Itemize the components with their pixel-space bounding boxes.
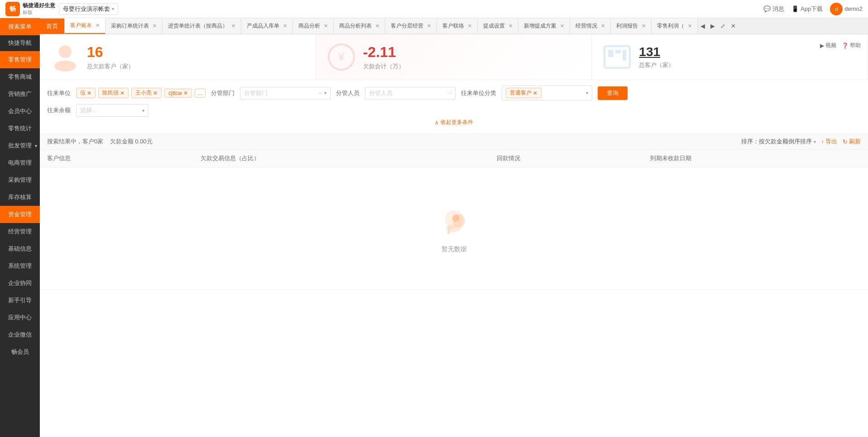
- filter-tag-chen: 陈民强 ✕: [98, 88, 129, 98]
- tab-customer-layering[interactable]: 客户分层经营 ✕: [385, 19, 437, 33]
- page-content: 16 总欠款客户（家） ¥ -2.11 欠款合计（万）: [40, 34, 868, 437]
- avatar: d: [830, 3, 843, 15]
- tab-purchase-order-stats[interactable]: 采购订单统计表 ✕: [106, 19, 163, 33]
- main-layout: 搜索菜单 快捷导航 零售管理 零售商城 营销推广 会员中心 零售统计 批发管理 …: [0, 18, 868, 437]
- tab-retail-profit[interactable]: 零售利润（ ✕: [652, 19, 698, 33]
- sidebar-item-retail-mall[interactable]: 零售商城: [0, 68, 40, 86]
- person-select[interactable]: 分管人员 ···: [365, 87, 456, 100]
- tab-close-icon[interactable]: ✕: [508, 23, 513, 29]
- sidebar-item-app-center[interactable]: 应用中心: [0, 309, 40, 326]
- tab-nav-next[interactable]: ▶: [708, 19, 718, 33]
- tab-close-icon[interactable]: ✕: [468, 23, 472, 29]
- dept-more-icon: ···: [318, 90, 322, 96]
- tab-close-icon[interactable]: ✕: [153, 23, 157, 29]
- logo-text: 畅捷通好生意 标版: [23, 2, 55, 16]
- balance-select[interactable]: 选择... ▾: [76, 104, 149, 117]
- sidebar-item-inventory[interactable]: 库存核算: [0, 189, 40, 206]
- search-button[interactable]: 查询: [598, 86, 628, 100]
- sidebar-item-enterprise[interactable]: 企业协同: [0, 275, 40, 292]
- tab-close-icon[interactable]: ✕: [427, 23, 431, 29]
- logo-icon: 畅: [5, 2, 20, 16]
- tab-customer-ledger[interactable]: 客户账本 ✕: [65, 18, 106, 34]
- sidebar-item-wechat[interactable]: 企业微信: [0, 326, 40, 343]
- stats-row: 16 总欠款客户（家） ¥ -2.11 欠款合计（万）: [40, 34, 868, 80]
- sidebar-item-business[interactable]: 经营管理: [0, 223, 40, 240]
- export-button[interactable]: ↑ 导出: [821, 138, 838, 146]
- tab-close-all-icon[interactable]: ✕: [728, 19, 739, 33]
- tab-business-status[interactable]: 经营情况 ✕: [570, 19, 611, 33]
- sidebar-item-retail-stats[interactable]: 零售统计: [0, 120, 40, 137]
- tab-goods-analysis-list[interactable]: 商品分析列表 ✕: [334, 19, 385, 33]
- unit-class-label: 往来单位分类: [461, 89, 496, 97]
- filter-more-tags[interactable]: ...: [195, 89, 206, 98]
- tab-commission-settings[interactable]: 提成设置 ✕: [478, 19, 518, 33]
- sidebar-item-basic-info[interactable]: 基础信息: [0, 240, 40, 257]
- video-button[interactable]: ▶ 视频: [820, 42, 836, 49]
- tag-close-chen[interactable]: ✕: [120, 90, 125, 96]
- user-menu[interactable]: d demo2: [830, 3, 863, 15]
- tab-expand-icon[interactable]: ⤢: [718, 19, 728, 33]
- stat-debt-icon: ¥: [327, 43, 356, 71]
- tab-close-icon[interactable]: ✕: [560, 23, 564, 29]
- unit-class-select[interactable]: 普通客户 ✕ ▾: [502, 86, 592, 100]
- tab-nav-prev[interactable]: ◀: [698, 19, 708, 33]
- svg-point-1: [54, 61, 76, 71]
- video-icon: ▶: [820, 43, 824, 49]
- sidebar-item-system[interactable]: 系统管理: [0, 257, 40, 275]
- sidebar-item-guide[interactable]: 新手引导: [0, 292, 40, 309]
- svg-point-10: [446, 225, 460, 232]
- tab-close-icon[interactable]: ✕: [283, 23, 287, 29]
- sidebar-item-ecommerce[interactable]: 电商管理: [0, 154, 40, 171]
- sort-select[interactable]: 排序：按欠款金额倒序排序 ▾: [741, 138, 816, 146]
- tab-inbound-stats[interactable]: 进货单统计表（按商品） ✕: [163, 19, 241, 33]
- sidebar-item-marketing[interactable]: 营销推广: [0, 86, 40, 103]
- results-bar: 搜索结果中，客户0家 欠款金额 0.00元 排序：按欠款金额倒序排序 ▾ ↑ 导…: [40, 134, 868, 150]
- top-bar-right: 💬 消息 📱 App下载 d demo2: [763, 3, 863, 15]
- tag-close-wu[interactable]: ✕: [87, 90, 91, 96]
- svg-point-13: [447, 231, 450, 234]
- sidebar-item-vip[interactable]: 畅会员: [0, 343, 40, 361]
- tab-product-inbound[interactable]: 产成品入库单 ✕: [241, 19, 293, 33]
- tab-goods-analysis[interactable]: 商品分析 ✕: [293, 19, 334, 33]
- tab-customer-contact[interactable]: 客户联络 ✕: [437, 19, 478, 33]
- tab-close-icon[interactable]: ✕: [375, 23, 379, 29]
- total-clients-value: 131: [639, 45, 674, 59]
- tab-close-icon[interactable]: ✕: [601, 23, 605, 29]
- tab-profit-report[interactable]: 利润报告 ✕: [611, 19, 652, 33]
- total-customers-label: 总欠款客户（家）: [87, 62, 134, 71]
- sidebar-item-wholesale[interactable]: 批发管理: [0, 137, 40, 154]
- refresh-button[interactable]: ↻ 刷新: [843, 138, 861, 146]
- message-button[interactable]: 💬 消息: [763, 5, 784, 13]
- tag-close-wang[interactable]: ✕: [153, 90, 158, 96]
- filter-tag-wang: 王小亮 ✕: [131, 88, 162, 98]
- chevron-down-icon: ▾: [112, 6, 114, 11]
- debt-total-value: -2.11: [363, 44, 404, 61]
- stat-customers-values: 16 总欠款客户（家）: [87, 44, 134, 71]
- tab-home[interactable]: 首页: [40, 19, 65, 34]
- unit-class-tag-close[interactable]: ✕: [533, 90, 537, 96]
- results-right: 排序：按欠款金额倒序排序 ▾ ↑ 导出 ↻ 刷新: [741, 138, 861, 146]
- svg-text:¥: ¥: [338, 51, 345, 63]
- tag-close-cjttcw[interactable]: ✕: [183, 90, 188, 96]
- store-select[interactable]: 母婴行业演示帐套 ▾: [59, 3, 118, 15]
- filter-tag-cjttcw: cjttcw ✕: [164, 89, 192, 98]
- tab-add-commission[interactable]: 新增提成方案 ✕: [518, 19, 570, 33]
- top-bar: 畅 畅捷通好生意 标版 母婴行业演示帐套 ▾ 💬 消息 📱 App下载 d de…: [0, 0, 868, 18]
- sidebar-search[interactable]: 搜索菜单: [0, 18, 40, 35]
- app-download-button[interactable]: 📱 App下载: [791, 5, 823, 13]
- sidebar-item-member-center[interactable]: 会员中心: [0, 103, 40, 120]
- dept-select[interactable]: 分管部门 ··· ▾: [240, 87, 331, 100]
- tab-close-icon[interactable]: ✕: [96, 23, 100, 28]
- sidebar-item-retail-management[interactable]: 零售管理: [0, 51, 40, 68]
- tab-close-icon[interactable]: ✕: [324, 23, 328, 29]
- help-button[interactable]: ❓ 帮助: [842, 42, 861, 49]
- stat-top-right: ▶ 视频 ❓ 帮助: [820, 42, 861, 49]
- sidebar-item-purchase[interactable]: 采购管理: [0, 171, 40, 189]
- sidebar-quick-nav[interactable]: 快捷导航: [0, 35, 40, 51]
- tab-close-icon[interactable]: ✕: [688, 23, 692, 29]
- collapse-button[interactable]: ∧ 收起更多条件: [47, 117, 861, 128]
- tab-close-icon[interactable]: ✕: [231, 23, 235, 29]
- unit-class-tag: 普通客户 ✕: [506, 88, 542, 98]
- sidebar-item-finance[interactable]: 资金管理: [0, 206, 40, 223]
- tab-close-icon[interactable]: ✕: [642, 23, 646, 29]
